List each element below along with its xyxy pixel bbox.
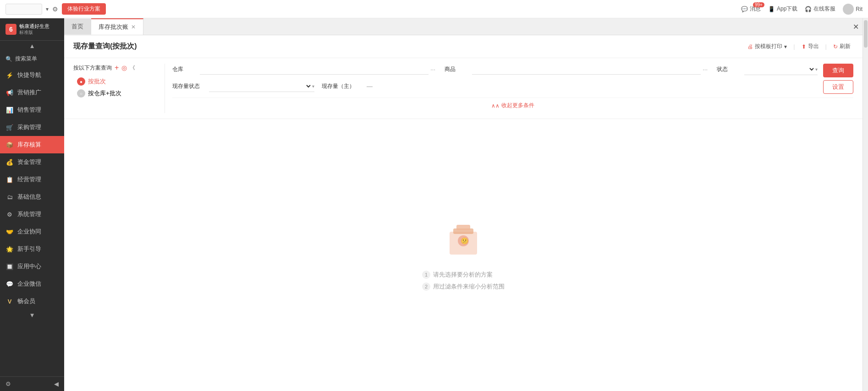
- sidebar-item-marketing[interactable]: 📢 营销推广: [0, 84, 64, 101]
- refresh-label: 刷新: [840, 43, 851, 50]
- tab-extra: ✕: [853, 22, 863, 31]
- header-gear-btn[interactable]: ⚙: [52, 5, 58, 13]
- goods-label: 商品: [445, 65, 472, 73]
- sidebar-item-label: 销售管理: [17, 106, 41, 114]
- search-icon: 🔍: [5, 56, 12, 62]
- content-area: 首页 库存批次账 ✕ ✕ 现存量查询(按批次) 🖨 按模板打印 ▾: [64, 18, 863, 391]
- filter-plan-batch[interactable]: ● 按批次: [73, 76, 157, 87]
- empty-illustration: 😕: [440, 216, 486, 261]
- breadcrumb-input[interactable]: [5, 4, 42, 15]
- sidebar-item-label: 新手引导: [17, 245, 41, 253]
- right-scrollbar: [863, 18, 868, 391]
- search-label: 搜索菜单: [15, 55, 37, 63]
- tab-home[interactable]: 首页: [64, 19, 91, 34]
- status-select[interactable]: 全部 正常 停用: [744, 65, 815, 73]
- filter-collapse-icon[interactable]: 《: [130, 64, 135, 72]
- sidebar-logo: 6 畅康通好生意 标准版: [0, 18, 64, 41]
- warehouse-input[interactable]: [200, 64, 429, 75]
- sidebar-item-operations[interactable]: 📋 经营管理: [0, 171, 64, 188]
- sidebar-item-label: 系统管理: [17, 210, 41, 218]
- sidebar-item-finance[interactable]: 💰 资金管理: [0, 153, 64, 171]
- online-service-label: 在线客服: [813, 5, 835, 13]
- sidebar-settings-btn[interactable]: ⚙: [5, 380, 11, 387]
- stock-qty-dash: —: [363, 83, 376, 90]
- filter-buttons: 查询 设置: [823, 64, 853, 98]
- messages-btn[interactable]: 💬 消息 99+: [741, 5, 761, 13]
- goods-more-icon[interactable]: ···: [701, 66, 709, 73]
- company-name: 畅康通好生意: [19, 23, 49, 29]
- shortcut-icon: ⚡: [5, 71, 14, 79]
- sidebar-item-system[interactable]: ⚙ 系统管理: [0, 206, 64, 223]
- scroll-thumb[interactable]: [864, 20, 868, 48]
- sidebar-item-wechat[interactable]: 💬 企业微信: [0, 275, 64, 293]
- user-btn[interactable]: Rit: [843, 4, 863, 15]
- print-icon: 🖨: [747, 43, 753, 50]
- status-select-wrapper[interactable]: 全部 正常 停用 ▾: [744, 64, 818, 75]
- stock-status-select[interactable]: 全部: [209, 82, 312, 90]
- filter-collapse-btn[interactable]: ∧∧ 收起更多条件: [172, 98, 853, 113]
- filter-settings-icon[interactable]: ◎: [121, 64, 127, 71]
- stock-status-select-wrapper[interactable]: 全部 ▾: [209, 81, 314, 92]
- header-right: 💬 消息 99+ 📱 App下载 🎧 在线客服 Rit: [741, 4, 863, 15]
- filter-right: 仓库 ··· 商品 ···: [165, 64, 853, 113]
- goods-input[interactable]: [472, 64, 701, 75]
- filter-row-1: 仓库 ··· 商品 ···: [172, 64, 818, 75]
- sidebar-item-inventory[interactable]: 📦 库存核算: [0, 136, 64, 153]
- app-download-btn[interactable]: 📱 App下载: [768, 5, 797, 13]
- filter-row-2: 现存量状态 全部 ▾: [172, 81, 818, 92]
- sales-icon: 📊: [5, 106, 14, 114]
- divider-2: |: [825, 43, 827, 50]
- page-title-bar: 现存量查询(按批次) 🖨 按模板打印 ▾ | ⬆ 导出 | ↻: [64, 35, 863, 58]
- app-download-label: App下载: [777, 5, 797, 13]
- sidebar-item-member[interactable]: V 畅会员: [0, 293, 64, 310]
- warehouse-field: 仓库 ···: [172, 64, 437, 75]
- filter-plan-warehouse-batch[interactable]: ○ 按仓库+批次: [73, 87, 157, 99]
- page-content: 现存量查询(按批次) 🖨 按模板打印 ▾ | ⬆ 导出 | ↻: [64, 35, 863, 391]
- tab-batch-inventory[interactable]: 库存批次账 ✕: [91, 18, 143, 35]
- export-btn[interactable]: ⬆ 导出: [799, 41, 822, 52]
- wechat-icon: 💬: [5, 280, 14, 288]
- sidebar-item-label: 基础信息: [17, 193, 41, 201]
- online-service-btn[interactable]: 🎧 在线客服: [805, 5, 835, 13]
- collapse-up-icon: ∧∧: [491, 103, 500, 109]
- sidebar-scroll-up[interactable]: ▲: [0, 41, 64, 51]
- sidebar-item-shortcut[interactable]: ⚡ 快捷导航: [0, 66, 64, 84]
- stock-status-field: 现存量状态 全部 ▾: [172, 81, 314, 92]
- marketing-icon: 📢: [5, 88, 14, 97]
- warehouse-more-icon[interactable]: ···: [429, 66, 437, 73]
- query-btn[interactable]: 查询: [823, 64, 853, 77]
- hint-num-1: 1: [422, 271, 430, 279]
- sidebar-item-sales[interactable]: 📊 销售管理: [0, 101, 64, 119]
- sidebar-item-basic[interactable]: 🗂 基础信息: [0, 188, 64, 206]
- sidebar-collapse-btn[interactable]: ◀: [54, 380, 59, 387]
- tab-extra-close-btn[interactable]: ✕: [853, 22, 859, 31]
- sidebar-item-purchase[interactable]: 🛒 采购管理: [0, 119, 64, 136]
- member-icon: V: [5, 297, 14, 305]
- sidebar-search: 🔍 搜索菜单: [0, 51, 64, 66]
- operations-icon: 📋: [5, 175, 14, 184]
- status-field: 状态 全部 正常 停用 ▾: [717, 64, 818, 75]
- filter-rows-area: 仓库 ··· 商品 ···: [172, 64, 818, 98]
- svg-text:😕: 😕: [461, 237, 469, 245]
- sidebar-search-btn[interactable]: 🔍 搜索菜单: [5, 55, 59, 63]
- header-dropdown-btn[interactable]: ▾: [46, 6, 49, 12]
- sidebar-item-label: 应用中心: [17, 262, 41, 271]
- sidebar-item-label: 营销推广: [17, 88, 41, 97]
- filter-add-icon[interactable]: +: [115, 64, 119, 72]
- print-btn[interactable]: 🖨 按模板打印 ▾: [745, 41, 790, 52]
- sidebar-item-enterprise[interactable]: 🤝 企业协同: [0, 223, 64, 240]
- sidebar-scroll-down[interactable]: ▼: [0, 310, 64, 320]
- trial-btn[interactable]: 体验行业方案: [62, 3, 106, 15]
- refresh-btn[interactable]: ↻ 刷新: [830, 41, 853, 52]
- page-actions: 🖨 按模板打印 ▾ | ⬆ 导出 | ↻ 刷新: [745, 41, 853, 52]
- logo-text-area: 畅康通好生意 标准版: [19, 23, 49, 36]
- filter-settings-btn[interactable]: 设置: [823, 80, 853, 94]
- sidebar-bottom: ⚙ ◀: [0, 376, 64, 391]
- export-label: 导出: [808, 43, 819, 50]
- sidebar-item-apps[interactable]: 🔲 应用中心: [0, 258, 64, 275]
- header-left: ▾ ⚙ 体验行业方案: [5, 3, 106, 15]
- tab-close-btn[interactable]: ✕: [131, 24, 136, 30]
- breadcrumb: [5, 4, 42, 15]
- warehouse-label: 仓库: [172, 65, 200, 73]
- sidebar-item-newbie[interactable]: 🌟 新手引导: [0, 240, 64, 258]
